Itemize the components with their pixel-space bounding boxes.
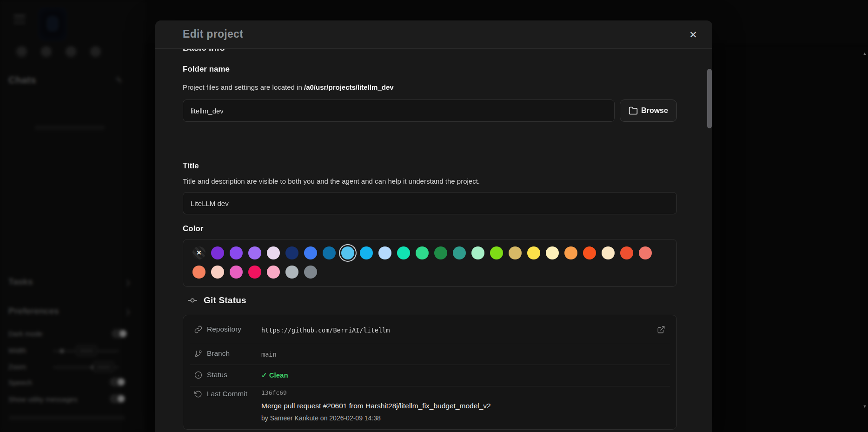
- color-picker: ✕: [183, 239, 677, 287]
- scrollbar-thumb[interactable]: [707, 69, 712, 128]
- title-input[interactable]: [183, 192, 677, 214]
- close-icon[interactable]: ✕: [685, 27, 701, 43]
- project-path: /a0/usr/projects/litellm_dev: [304, 83, 394, 91]
- color-swatch[interactable]: [304, 266, 317, 279]
- color-swatch[interactable]: [471, 246, 484, 259]
- title-description: Title and description are visible to bot…: [183, 177, 480, 185]
- modal-body: Basic info Folder name Project files and…: [155, 49, 712, 432]
- app-root: Chats ✎ Tasks ❯ Preferences ❯ Dark mode …: [0, 0, 868, 432]
- color-swatch[interactable]: [378, 246, 391, 259]
- link-icon: [194, 326, 202, 333]
- color-swatch[interactable]: [304, 246, 317, 259]
- commit-message: Merge pull request #20601 from Harshit28…: [261, 402, 491, 410]
- modal-title: Edit project: [183, 28, 243, 40]
- scroll-down-icon[interactable]: ▼: [859, 404, 868, 409]
- color-swatch[interactable]: [285, 246, 298, 259]
- color-swatch[interactable]: [267, 246, 280, 259]
- commit-hash: 136fc69: [261, 389, 287, 396]
- clear-color-swatch[interactable]: ✕: [192, 246, 205, 259]
- commit-byline: by Sameer Kankute on 2026-02-09 14:38: [261, 414, 381, 422]
- color-swatch[interactable]: [564, 246, 577, 259]
- color-swatch[interactable]: [211, 266, 224, 279]
- color-swatch-selected[interactable]: [341, 246, 354, 259]
- color-swatch[interactable]: [546, 246, 559, 259]
- title-label: Title: [183, 161, 199, 171]
- color-swatch[interactable]: [397, 246, 410, 259]
- color-label: Color: [183, 224, 203, 233]
- color-swatch[interactable]: [230, 246, 243, 259]
- color-swatch-row-1: ✕: [192, 246, 676, 259]
- last-commit-row-label: Last Commit: [194, 390, 247, 398]
- folder-icon: [629, 106, 638, 115]
- color-swatch[interactable]: [248, 266, 261, 279]
- color-swatch[interactable]: [211, 246, 224, 259]
- color-swatch[interactable]: [192, 266, 205, 279]
- color-swatch[interactable]: [360, 246, 373, 259]
- branch-name: main: [261, 351, 277, 358]
- color-swatch[interactable]: [323, 246, 336, 259]
- color-swatch[interactable]: [416, 246, 429, 259]
- open-repository-button[interactable]: [657, 326, 666, 335]
- browse-button[interactable]: Browse: [620, 100, 677, 122]
- scroll-up-icon[interactable]: ▲: [859, 51, 868, 56]
- status-clean-badge: ✓ Clean: [261, 371, 288, 379]
- color-swatch[interactable]: [434, 246, 447, 259]
- folder-name-input[interactable]: [183, 100, 615, 122]
- modal-header: Edit project ✕: [155, 20, 712, 49]
- color-swatch[interactable]: [285, 266, 298, 279]
- color-swatch[interactable]: [490, 246, 503, 259]
- color-swatch[interactable]: [527, 246, 540, 259]
- color-swatch[interactable]: [230, 266, 243, 279]
- git-commit-icon: [187, 295, 198, 306]
- folder-name-description: Project files and settings are located i…: [183, 83, 394, 91]
- info-icon: [194, 371, 202, 379]
- color-swatch[interactable]: [509, 246, 522, 259]
- git-status-panel: Repository https://github.com/BerriAI/li…: [183, 315, 677, 430]
- color-swatch[interactable]: [453, 246, 466, 259]
- branch-row-label: Branch: [194, 349, 230, 358]
- status-row-label: Status: [194, 371, 227, 379]
- color-swatch-row-2: [192, 266, 676, 279]
- folder-name-label: Folder name: [183, 65, 230, 74]
- history-icon: [194, 390, 202, 398]
- git-status-heading: Git Status: [187, 295, 246, 306]
- repository-row-label: Repository: [194, 325, 241, 333]
- color-swatch[interactable]: [248, 246, 261, 259]
- color-swatch[interactable]: [583, 246, 596, 259]
- basic-info-heading-clipped: Basic info: [183, 49, 322, 53]
- color-swatch[interactable]: [602, 246, 615, 259]
- color-swatch[interactable]: [620, 246, 633, 259]
- color-swatch[interactable]: [639, 246, 652, 259]
- edit-project-modal: Edit project ✕ Basic info Folder name Pr…: [155, 20, 712, 432]
- color-swatch[interactable]: [267, 266, 280, 279]
- git-branch-icon: [194, 350, 202, 358]
- repository-url: https://github.com/BerriAI/litellm: [261, 326, 390, 334]
- external-link-icon: [657, 326, 665, 334]
